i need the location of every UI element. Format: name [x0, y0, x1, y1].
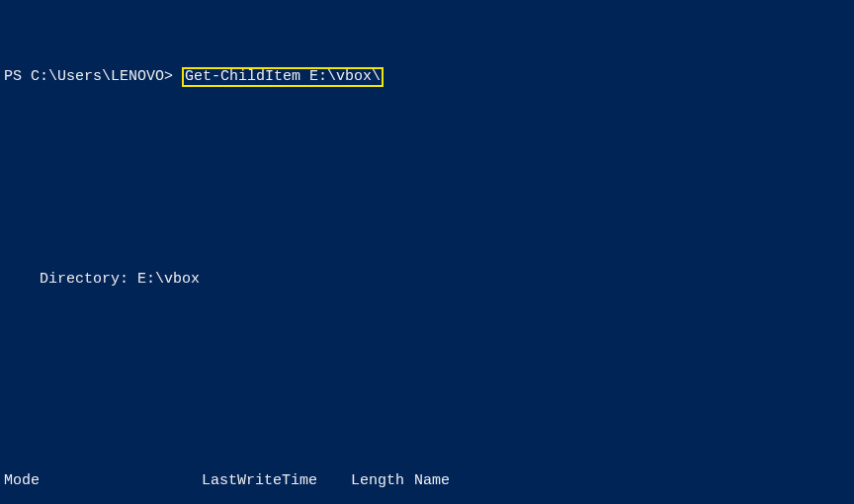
prompt-prefix: PS C:\Users\LENOVO> — [4, 68, 182, 85]
col-length: Length — [281, 472, 404, 491]
table-header: Mode LastWriteTime Length Name — [4, 472, 850, 491]
command-line-1: PS C:\Users\LENOVO> Get-ChildItem E:\vbo… — [4, 67, 850, 87]
powershell-terminal[interactable]: PS C:\Users\LENOVO> Get-ChildItem E:\vbo… — [0, 0, 854, 504]
col-mode: Mode — [4, 472, 123, 491]
col-lwt: LastWriteTime — [202, 472, 281, 491]
directory-line: Directory: E:\vbox — [4, 271, 850, 290]
col-name: Name — [404, 472, 450, 491]
command-highlight: Get-ChildItem E:\vbox\ — [182, 67, 384, 87]
